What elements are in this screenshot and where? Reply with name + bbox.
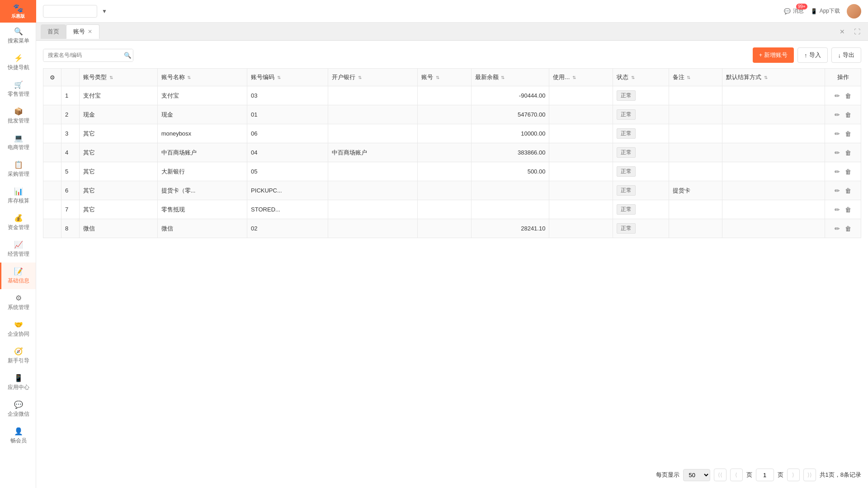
message-icon: 💬 — [784, 8, 791, 14]
export-button[interactable]: ↓ 导出 — [831, 47, 862, 63]
sidebar-item-label: 基础信息 — [8, 277, 29, 285]
sidebar-item-label: 搜索菜单 — [8, 37, 29, 45]
sidebar-item-finance[interactable]: 💰 资金管理 — [0, 209, 36, 236]
cell-name: 中百商场账户 — [157, 143, 247, 162]
cell-code: 04 — [247, 143, 328, 162]
sidebar-item-label: 快捷导航 — [8, 64, 29, 71]
cell-code: 06 — [247, 124, 328, 143]
cell-action: ✏ 🗑 — [825, 162, 861, 181]
cell-index: 3 — [61, 124, 80, 143]
sidebar-item-search[interactable]: 🔍 搜索菜单 — [0, 23, 36, 49]
search-input[interactable] — [43, 49, 120, 61]
tab-close-icon[interactable]: ✕ — [88, 28, 92, 35]
prev-page-btn[interactable]: ⟨ — [730, 469, 743, 481]
delete-btn[interactable]: 🗑 — [843, 148, 853, 157]
last-page-btn[interactable]: ⟩⟩ — [803, 469, 816, 481]
search-box: 🔍 — [43, 49, 133, 62]
tab-actions: ✕ ⛶ — [836, 25, 863, 38]
user-avatar[interactable] — [847, 4, 861, 19]
edit-btn[interactable]: ✏ — [833, 205, 842, 214]
col-status[interactable]: 状态 ⇅ — [613, 69, 669, 86]
add-account-button[interactable]: + 新增账号 — [753, 47, 794, 63]
col-settings[interactable]: ⚙ — [43, 69, 61, 86]
cell-remark: 提货卡 — [669, 181, 722, 200]
message-btn[interactable]: 💬 消息 99+ — [784, 7, 804, 15]
edit-btn[interactable]: ✏ — [833, 167, 842, 176]
cell-default-settle — [722, 143, 825, 162]
sidebar-item-app-center[interactable]: 📱 应用中心 — [0, 369, 36, 396]
cell-action: ✏ 🗑 — [825, 219, 861, 238]
export-label: 导出 — [843, 51, 854, 59]
cell-usage — [549, 200, 613, 219]
cell-usage — [549, 86, 613, 105]
page-of-label: 页 — [778, 471, 783, 479]
search-icon: 🔍 — [14, 27, 23, 36]
sidebar-item-ecommerce[interactable]: 💻 电商管理 — [0, 129, 36, 156]
cell-type: 其它 — [80, 200, 158, 219]
edit-btn[interactable]: ✏ — [833, 224, 842, 233]
edit-btn[interactable]: ✏ — [833, 110, 842, 119]
delete-btn[interactable]: 🗑 — [843, 91, 853, 100]
col-name[interactable]: 账号名称 ⇅ — [157, 69, 247, 86]
page-input[interactable] — [756, 469, 774, 481]
finance-icon: 💰 — [14, 214, 23, 222]
sidebar-item-enterprise-wechat[interactable]: 💬 企业微信 — [0, 396, 36, 422]
purchase-icon: 📋 — [14, 160, 23, 169]
sidebar-item-guide[interactable]: 🧭 新手引导 — [0, 343, 36, 369]
next-page-btn[interactable]: ⟩ — [787, 469, 800, 481]
page-size-select[interactable]: 50 100 — [683, 469, 710, 481]
sidebar-item-member[interactable]: 👤 畅会员 — [0, 422, 36, 449]
delete-btn[interactable]: 🗑 — [843, 205, 853, 214]
col-balance[interactable]: 最新余额 ⇅ — [471, 69, 549, 86]
col-type[interactable]: 账号类型 ⇅ — [80, 69, 158, 86]
cell-code: 03 — [247, 86, 328, 105]
col-remark[interactable]: 备注 ⇅ — [669, 69, 722, 86]
edit-btn[interactable]: ✏ — [833, 186, 842, 195]
close-tab-action-btn[interactable]: ✕ — [836, 25, 849, 38]
tab-account[interactable]: 账号 ✕ — [66, 24, 99, 39]
col-code[interactable]: 账号编码 ⇅ — [247, 69, 328, 86]
edit-btn[interactable]: ✏ — [833, 91, 842, 100]
sidebar-item-enterprise[interactable]: 🤝 企业协同 — [0, 316, 36, 343]
sidebar-item-wholesale[interactable]: 📦 批发管理 — [0, 103, 36, 129]
tab-home[interactable]: 首页 — [41, 24, 66, 39]
col-account[interactable]: 账号 ⇅ — [418, 69, 471, 86]
col-index — [61, 69, 80, 86]
edit-btn[interactable]: ✏ — [833, 129, 842, 138]
col-bank-label: 开户银行 — [332, 74, 355, 80]
tab-area: 首页 账号 ✕ — [41, 24, 834, 39]
header-right: 💬 消息 99+ 📱 App下载 — [784, 4, 861, 19]
cell-index: 2 — [61, 105, 80, 124]
sidebar-item-purchase[interactable]: 📋 采购管理 — [0, 156, 36, 183]
cell-name: 大新银行 — [157, 162, 247, 181]
cell-action: ✏ 🗑 — [825, 105, 861, 124]
delete-btn[interactable]: 🗑 — [843, 186, 853, 195]
cell-usage — [549, 105, 613, 124]
sidebar-item-basic-info[interactable]: 📝 基础信息 — [0, 263, 36, 289]
maximize-btn[interactable]: ⛶ — [851, 25, 863, 38]
header-dropdown[interactable]: ▼ — [102, 8, 107, 14]
import-button[interactable]: ↑ 导入 — [797, 47, 828, 63]
cell-index: 7 — [61, 200, 80, 219]
sidebar-item-retail[interactable]: 🛒 零售管理 — [0, 76, 36, 103]
col-default-settle[interactable]: 默认结算方式 ⇅ — [722, 69, 825, 86]
sidebar-item-operations[interactable]: 📈 经营管理 — [0, 236, 36, 263]
delete-btn[interactable]: 🗑 — [843, 110, 853, 119]
delete-btn[interactable]: 🗑 — [843, 224, 853, 233]
col-bank[interactable]: 开户银行 ⇅ — [328, 69, 418, 86]
edit-btn[interactable]: ✏ — [833, 148, 842, 157]
sidebar-item-shortcuts[interactable]: ⚡ 快捷导航 — [0, 49, 36, 76]
col-usage[interactable]: 使用... ⇅ — [549, 69, 613, 86]
operations-icon: 📈 — [14, 240, 23, 249]
delete-btn[interactable]: 🗑 — [843, 129, 853, 138]
cell-remark — [669, 86, 722, 105]
header-search-input[interactable] — [43, 5, 97, 18]
app-download-btn[interactable]: 📱 App下载 — [811, 7, 840, 15]
sidebar-item-label: 系统管理 — [8, 304, 29, 311]
first-page-btn[interactable]: ⟨⟨ — [714, 469, 726, 481]
sidebar-item-system[interactable]: ⚙ 系统管理 — [0, 289, 36, 316]
sidebar-item-inventory[interactable]: 📊 库存核算 — [0, 183, 36, 209]
search-button[interactable]: 🔍 — [120, 49, 133, 61]
delete-btn[interactable]: 🗑 — [843, 167, 853, 176]
sort-icon: ⇅ — [764, 75, 768, 80]
